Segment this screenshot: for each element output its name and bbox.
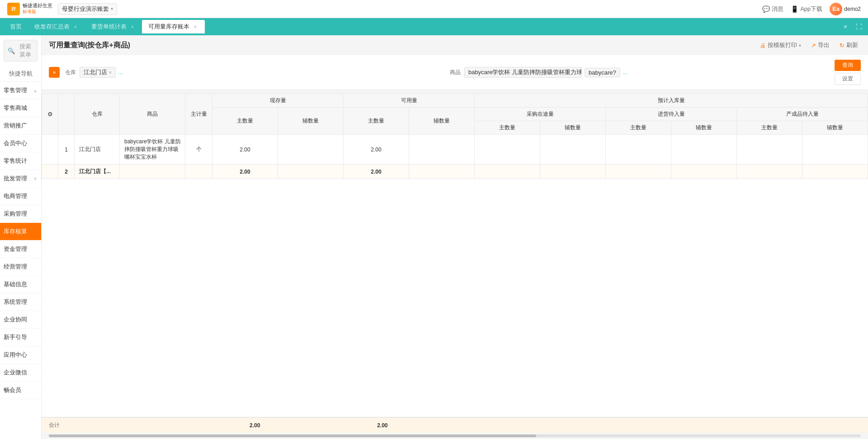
th-incoming-waiting: 进货待入量 <box>606 108 737 121</box>
cell-produced-main <box>737 135 802 165</box>
maximize-btn[interactable]: ⛶ <box>854 21 864 32</box>
product-tag-2[interactable]: babycare? <box>585 68 620 77</box>
avatar-text: Ea <box>832 5 840 12</box>
sidebar-item-wholesale-mgmt[interactable]: 批发管理 ▼ <box>0 170 41 188</box>
sidebar-item-new-guide[interactable]: 新手引导 <box>0 329 41 346</box>
cell-incoming-main <box>606 135 671 165</box>
cell-available-main: 2.00 <box>344 135 409 165</box>
sidebar: 🔍 搜索菜单 快捷导航 零售管理 ▲ 零售商城 营销推广 会员中心 零售统计 批… <box>0 35 42 439</box>
page-header: 可用量查询(按仓库+商品) 🖨 按模板打印 ▾ ↗ 导出 ↻ 刷新 <box>42 35 868 55</box>
warehouse-tag-1[interactable]: 江北门店 × <box>80 67 116 78</box>
sidebar-item-app-center[interactable]: 应用中心 <box>0 346 41 364</box>
sidebar-item-operations-mgmt[interactable]: 经营管理 <box>0 258 41 276</box>
sidebar-item-member-label: 畅会员 <box>4 386 21 394</box>
settings-btn[interactable]: 设置 <box>835 73 861 85</box>
settings-icon: ⚙ <box>47 111 53 118</box>
sidebar-item-marketing-label: 营销推广 <box>4 122 27 130</box>
industry-selector[interactable]: 母婴行业演示账套 ▾ <box>58 3 117 15</box>
app-download-label: App下载 <box>800 5 822 13</box>
sidebar-item-retail-mall[interactable]: 零售商城 <box>0 99 41 117</box>
footer-values: 2.00 2.00 <box>94 422 861 429</box>
sidebar-item-marketing[interactable]: 营销推广 <box>0 117 41 135</box>
cell-purchase-main-sub <box>475 165 540 179</box>
data-table: ⚙ 仓库 商品 主计量 现存量 可用量 预计入库量 主数量 辅数量 主数量 <box>42 94 868 179</box>
tab-receivable-close[interactable]: × <box>72 24 79 30</box>
sidebar-item-finance-mgmt[interactable]: 资金管理 <box>0 241 41 258</box>
search-icon: 🔍 <box>8 47 15 54</box>
tab-available-stock-close[interactable]: × <box>192 24 198 30</box>
export-btn[interactable]: ↗ 导出 <box>808 40 832 51</box>
logo-text-area: 畅捷通好生意 标准版 <box>23 3 52 15</box>
close-all-tabs-btn[interactable]: × <box>840 21 851 32</box>
product-label: 商品 <box>450 69 461 76</box>
messages-btn[interactable]: 💬 消息 <box>762 5 783 13</box>
cell-purchase-main <box>475 135 540 165</box>
tab-receivable[interactable]: 收发存汇总表 × <box>28 20 85 33</box>
scrollbar-thumb[interactable] <box>49 434 536 437</box>
footer-label: 合计 <box>49 421 94 429</box>
sidebar-item-quick-nav[interactable]: 快捷导航 <box>0 66 41 82</box>
logo-area: 好 畅捷通好生意 标准版 <box>7 3 52 15</box>
refresh-btn[interactable]: ↻ 刷新 <box>837 40 861 51</box>
th-purchase-in-transit: 采购在途量 <box>475 108 606 121</box>
cell-purchase-aux-sub <box>540 165 606 179</box>
cell-incoming-aux-sub <box>671 165 737 179</box>
table-row-subtotal: 2 江北门店【... 2.00 2.00 <box>42 165 868 179</box>
query-btn[interactable]: 查询 <box>835 60 861 71</box>
th-settings[interactable]: ⚙ <box>42 94 58 135</box>
sidebar-item-basic-info[interactable]: 基础信息 <box>0 276 41 293</box>
tab-available-stock[interactable]: 可用量库存账本 × <box>142 20 205 33</box>
cell-produced-aux <box>802 135 868 165</box>
sidebar-item-operations-mgmt-label: 经营管理 <box>4 263 27 271</box>
footer-incoming-aux <box>670 422 733 429</box>
warehouse-tag-1-close[interactable]: × <box>109 70 112 75</box>
th-produced-aux: 辅数量 <box>802 121 868 135</box>
footer-stock-aux <box>287 422 350 429</box>
refresh-icon: ↻ <box>840 42 844 49</box>
sidebar-item-enterprise-wechat[interactable]: 企业微信 <box>0 364 41 382</box>
th-purchase-main: 主数量 <box>475 121 540 135</box>
tab-home[interactable]: 首页 <box>4 20 28 33</box>
scrollbar-area <box>42 433 868 439</box>
username: demo2 <box>844 6 861 12</box>
tab-order-summary[interactable]: 要货单统计表 × <box>85 20 142 33</box>
sidebar-item-inventory-check-label: 库存核算 <box>4 227 27 236</box>
warehouse-tag-1-text: 江北门店 <box>84 68 107 76</box>
sidebar-item-retail-mgmt-label: 零售管理 <box>4 86 27 94</box>
sidebar-item-inventory-check[interactable]: 库存核算 <box>0 223 41 241</box>
product-tag-1[interactable]: babycare学饮杯 儿童防摔防撞吸管杯重力球吸嘴杯宝宝水杯 × <box>464 67 582 78</box>
app-download-btn[interactable]: 📱 App下载 <box>791 5 822 13</box>
warehouse-filter-more[interactable]: ... <box>118 69 123 76</box>
th-available-group: 可用量 <box>344 94 475 108</box>
logo-text: 畅捷通好生意 <box>23 3 52 9</box>
filter-expand-btn[interactable]: » <box>49 67 60 78</box>
sidebar-item-member[interactable]: 畅会员 <box>0 382 41 399</box>
tab-order-summary-close[interactable]: × <box>129 24 136 30</box>
top-header: 好 畅捷通好生意 标准版 母婴行业演示账套 ▾ 💬 消息 📱 App下载 Ea … <box>0 0 868 18</box>
cell-available-aux-sub <box>409 165 475 179</box>
product-tag-2-text: babycare? <box>589 69 616 76</box>
sidebar-item-enterprise-collab[interactable]: 企业协同 <box>0 311 41 329</box>
sidebar-item-system-mgmt-label: 系统管理 <box>4 298 27 306</box>
sidebar-item-purchase-mgmt[interactable]: 采购管理 <box>0 205 41 223</box>
sidebar-item-system-mgmt[interactable]: 系统管理 <box>0 293 41 311</box>
user-area[interactable]: Ea demo2 <box>830 3 861 15</box>
sidebar-item-retail-stats[interactable]: 零售统计 <box>0 152 41 170</box>
cell-available-main-sub: 2.00 <box>344 165 409 179</box>
scrollbar-track[interactable] <box>49 434 861 437</box>
export-label: 导出 <box>818 41 830 49</box>
product-filter-more[interactable]: ... <box>623 69 627 76</box>
search-menu-btn[interactable]: 🔍 搜索菜单 <box>4 40 38 61</box>
footer-available-main: 2.00 <box>350 422 414 429</box>
sidebar-item-retail-mgmt[interactable]: 零售管理 ▲ <box>0 82 41 99</box>
sidebar-item-ecommerce-mgmt[interactable]: 电商管理 <box>0 188 41 205</box>
refresh-label: 刷新 <box>846 41 858 49</box>
footer-produced-aux <box>797 422 861 429</box>
table-container[interactable]: ⚙ 仓库 商品 主计量 现存量 可用量 预计入库量 主数量 辅数量 主数量 <box>42 94 868 417</box>
tab-receivable-label: 收发存汇总表 <box>34 23 70 31</box>
search-menu-label: 搜索菜单 <box>17 42 33 59</box>
print-btn[interactable]: 🖨 按模板打印 ▾ <box>757 40 804 51</box>
sidebar-item-basic-info-label: 基础信息 <box>4 280 27 288</box>
cell-incoming-main-sub <box>606 165 671 179</box>
sidebar-item-member-center[interactable]: 会员中心 <box>0 135 41 152</box>
